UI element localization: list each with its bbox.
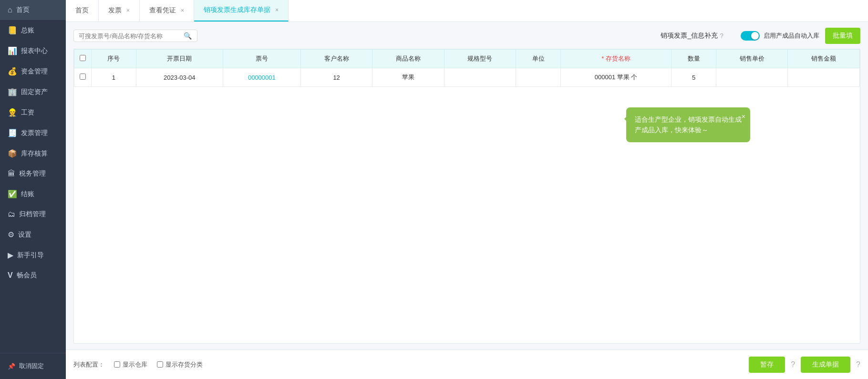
sidebar-item-invoice[interactable]: 🧾 发票管理: [0, 123, 66, 143]
toggle-track: [741, 31, 760, 41]
th-price: 销售单价: [716, 50, 788, 68]
pin-icon: 📌: [8, 363, 15, 370]
tooltip-text: 适合生产型企业，销项发票自动生成产成品入库，快来体验～: [635, 116, 742, 134]
sidebar-item-fixed[interactable]: 🏢 固定资产: [0, 82, 66, 102]
show-category-checkbox[interactable]: [157, 361, 163, 368]
tab-home-label: 首页: [75, 6, 89, 15]
search-box[interactable]: 🔍: [73, 30, 197, 42]
tab-home[interactable]: 首页: [66, 0, 99, 21]
cell-price: [716, 68, 788, 87]
cell-customer: 12: [300, 68, 372, 87]
invoice-link[interactable]: 00000001: [248, 74, 276, 81]
cell-amount: [788, 68, 860, 87]
sidebar-item-label: 设置: [18, 231, 31, 239]
report-icon: 📊: [8, 46, 17, 55]
tabs-bar: 首页 发票 × 查看凭证 × 销项发票生成库存单据 ×: [66, 0, 868, 22]
auto-warehouse-toggle[interactable]: [741, 31, 760, 41]
th-num: 票号: [223, 50, 300, 68]
cell-num: 00000001: [223, 68, 300, 87]
sidebar-bottom: 📌 取消固定: [0, 353, 66, 379]
sidebar-item-label: 库存核算: [21, 149, 48, 158]
toolbar: 🔍 销项发票_信息补充 ? 启用产成品自动入库 批量填: [73, 28, 860, 44]
show-category-label: 显示存货分类: [165, 360, 203, 369]
settlement-icon: ✅: [8, 190, 17, 199]
table-row: 1 2023-03-04 00000001 12 苹果 000001 苹果 个 …: [74, 68, 860, 87]
show-warehouse-option[interactable]: 显示仓库: [114, 360, 147, 369]
cell-quantity: 5: [672, 68, 716, 87]
inventory-icon: 📦: [8, 149, 17, 158]
fixed-icon: 🏢: [8, 87, 17, 96]
batch-fill-button[interactable]: 批量填: [825, 28, 860, 44]
sidebar-item-capital[interactable]: 💰 资金管理: [0, 61, 66, 82]
save-button[interactable]: 暂存: [749, 357, 785, 373]
toggle-area: 启用产成品自动入库: [741, 31, 819, 41]
sidebar-item-archive[interactable]: 🗂 归档管理: [0, 204, 66, 224]
th-amount: 销售金额: [788, 50, 860, 68]
show-warehouse-checkbox[interactable]: [114, 361, 120, 368]
th-checkbox: [74, 50, 92, 68]
show-warehouse-label: 显示仓库: [123, 360, 147, 369]
sidebar-item-inventory[interactable]: 📦 库存核算: [0, 143, 66, 164]
th-product: 商品名称: [372, 50, 444, 68]
help-icon-info[interactable]: ?: [720, 32, 723, 40]
sidebar-item-home[interactable]: ⌂ 首页: [0, 0, 66, 20]
sidebar-item-settings[interactable]: ⚙ 设置: [0, 224, 66, 245]
save-help-icon[interactable]: ?: [791, 360, 795, 369]
search-input[interactable]: [79, 32, 184, 40]
bottom-bar: 列表配置： 显示仓库 显示存货分类 暂存 ? 生成单据 ?: [66, 349, 868, 379]
sidebar-item-guide[interactable]: ▶ 新手引导: [0, 245, 66, 265]
sidebar-item-label: 固定资产: [21, 88, 48, 96]
show-category-option[interactable]: 显示存货分类: [157, 360, 203, 369]
settings-icon: ⚙: [8, 230, 14, 239]
ledger-icon: 📒: [8, 26, 17, 35]
cell-product: 苹果: [372, 68, 444, 87]
sidebar-item-member[interactable]: V 畅会员: [0, 265, 66, 285]
archive-icon: 🗂: [8, 210, 15, 219]
th-customer: 客户名称: [300, 50, 372, 68]
sidebar-item-report[interactable]: 📊 报表中心: [0, 41, 66, 61]
sidebar-item-label: 报表中心: [21, 47, 48, 55]
home-icon: ⌂: [8, 6, 12, 14]
sidebar-item-label: 结账: [21, 190, 34, 199]
tooltip-popup: × 适合生产型企业，销项发票自动生成产成品入库，快来体验～: [626, 107, 750, 142]
sidebar-item-ledger[interactable]: 📒 总账: [0, 20, 66, 41]
sidebar-item-label: 税务管理: [19, 169, 46, 178]
cancel-pin-label: 取消固定: [19, 362, 44, 370]
th-seq: 序号: [92, 50, 136, 68]
generate-button[interactable]: 生成单据: [801, 357, 850, 373]
cell-inventory: 000001 苹果 个: [560, 68, 671, 87]
tab-voucher[interactable]: 查看凭证 ×: [140, 0, 194, 21]
generate-help-icon[interactable]: ?: [856, 360, 860, 369]
th-model: 规格型号: [444, 50, 516, 68]
member-icon: V: [8, 271, 13, 280]
info-label-text: 销项发票_信息补充: [661, 32, 718, 40]
bottom-actions: 暂存 ? 生成单据 ?: [749, 357, 860, 373]
tab-cancel-invoice-close[interactable]: ×: [275, 7, 279, 13]
search-icon: 🔍: [184, 32, 192, 40]
sidebar-item-tax[interactable]: 🏛 税务管理: [0, 164, 66, 184]
tab-invoice[interactable]: 发票 ×: [99, 0, 140, 21]
sidebar-item-settlement[interactable]: ✅ 结账: [0, 184, 66, 204]
row-checkbox-cell: [74, 68, 92, 87]
invoice-icon: 🧾: [8, 128, 17, 137]
tab-invoice-close[interactable]: ×: [126, 7, 130, 14]
table-container: 序号 开票日期 票号 客户名称 商品名称 规格型号 单位 * 存货名称 数量 销…: [73, 49, 860, 344]
sidebar-item-label: 总账: [21, 26, 34, 35]
select-all-checkbox[interactable]: [80, 55, 86, 61]
wages-icon: 👷: [8, 108, 17, 117]
tab-voucher-close[interactable]: ×: [181, 7, 184, 14]
sidebar-item-wages[interactable]: 👷 工资: [0, 102, 66, 123]
cell-seq: 1: [92, 68, 136, 87]
toggle-label: 启用产成品自动入库: [764, 32, 819, 40]
tab-invoice-label: 发票: [108, 6, 122, 15]
sidebar-item-label: 首页: [16, 6, 30, 14]
tab-cancel-invoice[interactable]: 销项发票生成库存单据 ×: [194, 0, 289, 21]
tooltip-close-button[interactable]: ×: [742, 111, 745, 122]
cancel-pin-button[interactable]: 📌 取消固定: [0, 357, 66, 375]
info-label: 销项发票_信息补充 ?: [661, 32, 723, 40]
sidebar-item-label: 发票管理: [21, 129, 48, 137]
row-checkbox[interactable]: [80, 74, 86, 80]
toggle-thumb: [751, 32, 759, 40]
tax-icon: 🏛: [8, 169, 15, 178]
tab-voucher-label: 查看凭证: [149, 6, 176, 15]
